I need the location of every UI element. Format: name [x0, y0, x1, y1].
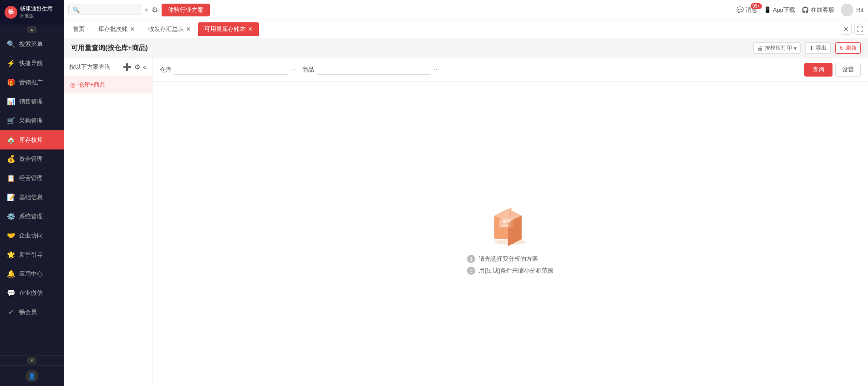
- operation-icon: 📋: [6, 174, 15, 182]
- sidebar-item-label: 系统管理: [19, 212, 43, 221]
- sidebar-header: 畅 畅康通好生意 标准版: [0, 0, 64, 25]
- gear-icon[interactable]: ⚙: [152, 5, 158, 14]
- page-title: 可用量查询(按仓库+商品): [71, 44, 753, 52]
- sidebar-item-label: 新手引导: [19, 251, 43, 259]
- app-download-icon: 📱: [764, 6, 771, 13]
- wechat-icon: 💬: [6, 289, 15, 297]
- empty-hint-2: 2 用[过滤]条件来缩小分析范围: [467, 267, 553, 275]
- tab-home[interactable]: 首页: [66, 22, 91, 36]
- sidebar-item-label: 搜索菜单: [19, 40, 43, 48]
- settings-btn[interactable]: 设置: [835, 63, 861, 77]
- sidebar-item-wechat[interactable]: 💬 企业微信: [0, 283, 64, 303]
- scroll-up-btn[interactable]: ▲: [27, 26, 36, 33]
- scheme-item-warehouse-product[interactable]: ◎ 仓库+商品: [64, 76, 152, 93]
- sidebar-item-label: 企业协同: [19, 232, 43, 240]
- left-panel-title: 按以下方案查询: [69, 63, 111, 71]
- message-badge: 99+: [751, 3, 762, 9]
- newbie-icon: 🌟: [6, 251, 15, 259]
- message-icon: 💬: [736, 6, 744, 13]
- right-panel: 仓库 ··· 商品 ··· 查询 设置: [152, 58, 868, 386]
- sidebar-item-marketing[interactable]: 🎁 营销推广: [0, 73, 64, 92]
- sidebar-item-search[interactable]: 🔍 搜索菜单: [0, 35, 64, 54]
- export-btn[interactable]: ⬇ 导出: [805, 42, 831, 54]
- collapse-btn[interactable]: «: [143, 63, 147, 71]
- filter-bar: 仓库 ··· 商品 ··· 查询 设置: [152, 58, 868, 82]
- refresh-label: 刷新: [846, 44, 857, 52]
- tab-receipt-summary-label: 收发存汇总表: [148, 25, 184, 33]
- finance-icon: 💰: [6, 155, 15, 163]
- sidebar-item-label: 基础信息: [19, 193, 43, 201]
- warehouse-more-btn[interactable]: ···: [291, 66, 297, 74]
- page-header: 可用量查询(按仓库+商品) 🖨 按模板打印 ▾ ⬇ 导出 ↻ 刷新: [64, 38, 868, 58]
- search-icon: 🔍: [72, 6, 80, 13]
- sidebar-item-label: 库存核算: [19, 136, 43, 144]
- svg-rect-8: [503, 225, 510, 226]
- sales-icon: 📊: [6, 98, 15, 106]
- customer-service-label: 在线客服: [811, 6, 834, 14]
- headset-icon: 🎧: [802, 6, 809, 13]
- tab-receipt-summary-close[interactable]: ✕: [186, 26, 191, 32]
- basic-icon: 📝: [6, 193, 15, 201]
- sidebar-item-sales[interactable]: 📊 销售管理: [0, 92, 64, 111]
- empty-illustration: [483, 193, 538, 247]
- svg-point-6: [503, 220, 506, 223]
- refresh-btn[interactable]: ↻ 刷新: [835, 42, 861, 54]
- topbar: 🔍 ▾ ⚙ 体验行业方案 💬 消息 99+ 📱 App下载 🎧 在线客服 Rit: [64, 0, 868, 20]
- sidebar: 畅 畅康通好生意 标准版 ▲ 🔍 搜索菜单 ⚡ 快捷导航 🎁 营销推广 📊 销售…: [0, 0, 64, 386]
- avatar: [841, 4, 853, 16]
- filter-actions: 查询 设置: [804, 63, 861, 77]
- tab-batch-account-label: 库存批次账: [98, 25, 128, 33]
- trial-btn[interactable]: 体验行业方案: [162, 4, 210, 16]
- sidebar-item-inventory[interactable]: 🏠 库存核算: [0, 130, 64, 149]
- tabs-bar: 首页 库存批次账 ✕ 收发存汇总表 ✕ 可用量库存账本 ✕ ✕ ⛶: [64, 20, 868, 38]
- tab-batch-account-close[interactable]: ✕: [130, 26, 135, 32]
- customer-service-btn[interactable]: 🎧 在线客服: [802, 6, 834, 14]
- member-icon: ✓: [6, 308, 15, 316]
- tab-expand-btn[interactable]: ⛶: [854, 24, 865, 35]
- tab-available-ledger-label: 可用量库存账本: [204, 25, 246, 33]
- product-more-btn[interactable]: ···: [433, 66, 439, 74]
- tab-receipt-summary[interactable]: 收发存汇总表 ✕: [142, 22, 197, 36]
- settings-scheme-btn[interactable]: ⚙: [134, 63, 140, 71]
- app-download-btn[interactable]: 📱 App下载: [764, 6, 795, 14]
- sidebar-item-enterprise[interactable]: 🤝 企业协同: [0, 226, 64, 245]
- user-avatar-small[interactable]: 👤: [25, 370, 38, 382]
- query-btn[interactable]: 查询: [804, 63, 832, 77]
- tab-close-all-btn[interactable]: ✕: [841, 24, 852, 35]
- dropdown-arrow-icon[interactable]: ▾: [145, 6, 148, 14]
- tab-batch-account[interactable]: 库存批次账 ✕: [92, 22, 141, 36]
- sidebar-item-purchase[interactable]: 🛒 采购管理: [0, 111, 64, 130]
- sidebar-item-newbie[interactable]: 🌟 新手引导: [0, 245, 64, 264]
- enterprise-icon: 🤝: [6, 232, 15, 240]
- tab-home-label: 首页: [73, 25, 85, 33]
- scroll-down-btn[interactable]: ▼: [27, 357, 36, 364]
- marketing-icon: 🎁: [6, 78, 15, 87]
- sidebar-item-appstore[interactable]: 🔔 应用中心: [0, 264, 64, 283]
- sidebar-item-shortcut[interactable]: ⚡ 快捷导航: [0, 54, 64, 73]
- sidebar-item-label: 企业微信: [19, 289, 43, 297]
- add-scheme-btn[interactable]: ➕: [123, 63, 132, 71]
- sidebar-item-label: 应用中心: [19, 270, 43, 278]
- sidebar-item-system[interactable]: ⚙️ 系统管理: [0, 207, 64, 226]
- print-label: 按模板打印: [765, 44, 792, 52]
- tab-available-ledger[interactable]: 可用量库存账本 ✕: [198, 22, 259, 36]
- main-area: 🔍 ▾ ⚙ 体验行业方案 💬 消息 99+ 📱 App下载 🎧 在线客服 Rit: [64, 0, 868, 386]
- product-input[interactable]: [317, 65, 431, 75]
- username: Rit: [856, 6, 863, 13]
- print-btn[interactable]: 🖨 按模板打印 ▾: [753, 42, 801, 54]
- sidebar-item-member[interactable]: ✓ 畅会员: [0, 303, 64, 322]
- app-info: 畅康通好生意 标准版: [20, 5, 53, 19]
- sidebar-item-basic[interactable]: 📝 基础信息: [0, 188, 64, 207]
- export-icon: ⬇: [809, 45, 814, 51]
- search-box[interactable]: 🔍: [68, 5, 141, 15]
- message-btn[interactable]: 💬 消息 99+: [736, 6, 757, 14]
- warehouse-label: 仓库: [160, 66, 172, 74]
- warehouse-input[interactable]: [174, 65, 288, 75]
- tab-available-ledger-close[interactable]: ✕: [248, 26, 253, 32]
- sidebar-item-finance[interactable]: 💰 资金管理: [0, 149, 64, 169]
- sidebar-item-operation[interactable]: 📋 经营管理: [0, 169, 64, 188]
- left-panel-actions: ➕ ⚙ «: [123, 63, 147, 71]
- hint-num-1: 1: [467, 255, 475, 263]
- search-input[interactable]: [81, 7, 127, 13]
- product-filter: 商品 ···: [302, 65, 439, 75]
